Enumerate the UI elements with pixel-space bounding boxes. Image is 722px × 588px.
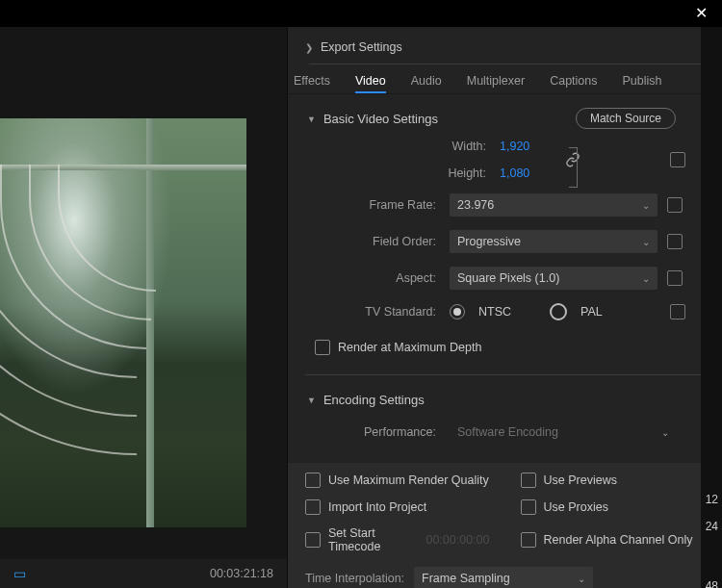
tab-effects[interactable]: Effects (294, 70, 330, 93)
time-interpolation-value: Frame Sampling (422, 572, 510, 585)
max-render-quality-checkbox-row[interactable]: Use Maximum Render Quality (305, 473, 490, 488)
height-label: Height: (436, 166, 500, 180)
tab-video[interactable]: Video (355, 70, 386, 93)
tvstandard-label: TV Standard: (307, 305, 450, 319)
framerate-value: 23.976 (457, 198, 494, 212)
framerate-dropdown[interactable]: 23.976 ⌄ (450, 193, 658, 217)
preview-image (0, 118, 246, 527)
aspect-dropdown[interactable]: Square Pixels (1.0) ⌄ (450, 267, 658, 290)
aspect-value: Square Pixels (1.0) (457, 271, 559, 285)
preview-footer: ▭ 00:03:21:18 (0, 559, 287, 588)
fieldorder-lock-checkbox[interactable] (667, 234, 683, 249)
performance-label: Performance: (307, 425, 450, 439)
tvstandard-lock-checkbox[interactable] (670, 304, 685, 320)
main-columns: ▭ 00:03:21:18 ❯ Export Settings Effects … (0, 27, 722, 588)
fieldorder-dropdown[interactable]: Progressive ⌄ (450, 230, 658, 253)
chevron-down-icon: ⌄ (642, 273, 650, 284)
render-alpha-label: Render Alpha Channel Only (544, 533, 693, 547)
aspect-label: Aspect: (307, 271, 450, 285)
use-previews-checkbox-row[interactable]: Use Previews (521, 473, 706, 488)
triangle-down-icon: ▼ (307, 396, 316, 405)
chevron-right-icon: ❯ (305, 42, 313, 53)
start-tc-value: 00:00:00:00 (425, 533, 489, 547)
max-depth-checkbox[interactable] (315, 340, 330, 355)
settings-pane: ❯ Export Settings Effects Video Audio Mu… (287, 27, 722, 588)
fieldorder-value: Progressive (457, 235, 521, 248)
export-settings-header[interactable]: ❯ Export Settings (288, 27, 722, 64)
basic-video-title: Basic Video Settings (323, 112, 438, 126)
set-start-tc-label: Set Start Timecode (328, 526, 414, 553)
fit-icon[interactable]: ▭ (13, 566, 26, 581)
edge-num: 48 (706, 579, 718, 588)
link-icon[interactable] (565, 152, 604, 167)
wh-lock-checkbox[interactable] (670, 152, 685, 167)
edge-num: 12 (706, 493, 718, 506)
time-interpolation-dropdown[interactable]: Frame Sampling ⌄ (414, 567, 593, 588)
pal-label: PAL (580, 305, 603, 319)
settings-upper: ❯ Export Settings Effects Video Audio Mu… (287, 27, 722, 463)
performance-value: Software Encoding (457, 425, 558, 439)
use-previews-label: Use Previews (544, 473, 617, 487)
framerate-label: Frame Rate: (307, 198, 450, 212)
triangle-down-icon: ▼ (307, 115, 316, 124)
max-render-quality-checkbox[interactable] (305, 473, 321, 488)
tab-captions[interactable]: Captions (550, 70, 597, 93)
max-render-quality-label: Use Maximum Render Quality (328, 473, 489, 487)
ntsc-label: NTSC (478, 305, 511, 319)
import-project-checkbox-row[interactable]: Import Into Project (305, 499, 490, 515)
render-alpha-checkbox[interactable] (521, 532, 536, 548)
export-settings-title: Export Settings (321, 40, 402, 54)
aspect-lock-checkbox[interactable] (667, 270, 683, 286)
right-edge-strip: 12 24 48 (701, 27, 722, 588)
edge-num: 24 (706, 520, 718, 533)
width-label: Width: (436, 140, 500, 153)
fieldorder-label: Field Order: (307, 235, 450, 248)
tab-multiplexer[interactable]: Multiplexer (467, 70, 525, 93)
tab-audio[interactable]: Audio (411, 70, 442, 93)
max-depth-label: Render at Maximum Depth (338, 341, 481, 354)
encoding-title: Encoding Settings (323, 393, 425, 407)
chevron-down-icon: ⌄ (642, 237, 650, 247)
set-start-tc-checkbox[interactable] (305, 532, 321, 548)
height-value[interactable]: 1,080 (500, 166, 540, 180)
settings-lower: Use Maximum Render Quality Use Previews … (287, 463, 722, 588)
use-proxies-checkbox[interactable] (521, 499, 536, 515)
title-bar: ✕ (0, 0, 722, 27)
settings-scroll: ▼ Basic Video Settings Match Source Widt… (288, 94, 722, 463)
tab-bar: Effects Video Audio Multiplexer Captions… (288, 70, 722, 94)
encoding-header[interactable]: ▼ Encoding Settings (307, 393, 685, 407)
match-source-button[interactable]: Match Source (576, 108, 676, 129)
basic-video-section: ▼ Basic Video Settings Match Source Widt… (288, 94, 722, 381)
set-start-tc-checkbox-row[interactable]: Set Start Timecode 00:00:00:00 (305, 526, 490, 553)
preview-pane: ▭ 00:03:21:18 (0, 27, 287, 588)
pal-radio[interactable]: PAL (550, 303, 603, 320)
import-project-label: Import Into Project (328, 500, 426, 514)
framerate-lock-checkbox[interactable] (667, 197, 683, 213)
use-proxies-label: Use Proxies (544, 500, 608, 514)
import-project-checkbox[interactable] (305, 499, 321, 515)
chevron-down-icon: ⌄ (661, 427, 669, 438)
chevron-down-icon: ⌄ (578, 574, 585, 584)
time-interpolation-label: Time Interpolation: (305, 572, 404, 585)
performance-dropdown[interactable]: Software Encoding ⌄ (450, 421, 677, 444)
tab-publish[interactable]: Publish (623, 70, 662, 93)
ntsc-radio[interactable]: NTSC (450, 304, 511, 320)
render-alpha-checkbox-row[interactable]: Render Alpha Channel Only (521, 526, 706, 553)
use-previews-checkbox[interactable] (521, 473, 536, 488)
encoding-section: ▼ Encoding Settings Performance: Softwar… (288, 381, 722, 449)
close-icon[interactable]: ✕ (693, 6, 709, 21)
use-proxies-checkbox-row[interactable]: Use Proxies (521, 499, 706, 515)
chevron-down-icon: ⌄ (642, 200, 650, 211)
width-value[interactable]: 1,920 (500, 140, 540, 153)
timecode-display: 00:03:21:18 (210, 567, 273, 580)
